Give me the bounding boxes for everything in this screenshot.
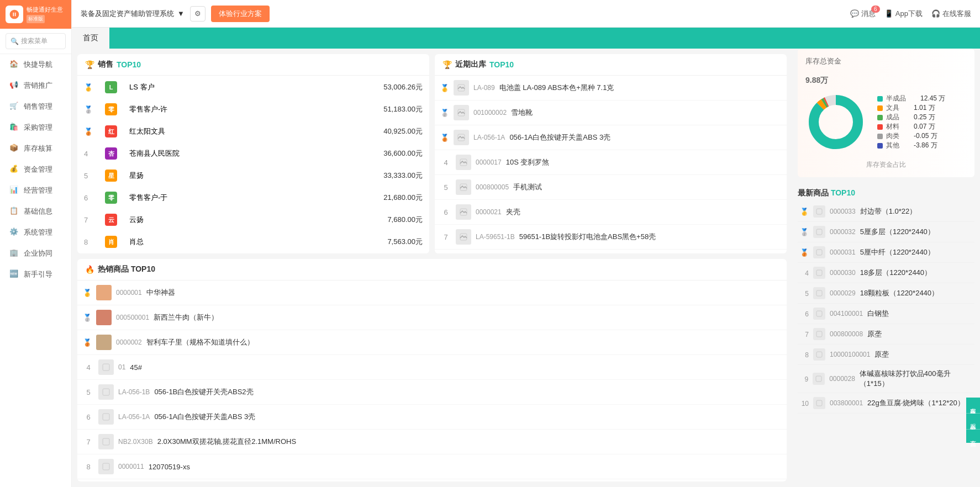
table-row: 🥉 红 红太阳文具 40,925.00元 (78, 121, 428, 142)
sidebar-item-operations[interactable]: 📊 经营管理 (0, 180, 71, 201)
message-button[interactable]: 💬 消息 6 (850, 9, 876, 19)
list-item: 8 10000100001 原垄 (798, 345, 974, 365)
list-item: 10 003800001 22g鱼豆腐·烧烤味（1*12*20） (798, 393, 974, 414)
hot-products-header: 🔥 热销商品 TOP10 (77, 259, 787, 280)
list-item: 5 LA-056-1B 056-1B白色按键开关壳ABS2壳 (77, 380, 787, 405)
product-image (813, 308, 825, 320)
rank-number: 8 (805, 351, 809, 359)
amount-cell: 33,333.00元 (292, 165, 428, 186)
product-name: 10S 变刹罗煞 (506, 157, 550, 167)
product-image (454, 130, 469, 145)
tab-home[interactable]: 首页 (72, 28, 109, 49)
product-name: 原垄 (874, 350, 889, 359)
legend-value: 1.01 万 (914, 103, 935, 113)
rank-number: 4 (805, 269, 809, 277)
sidebar-item-finance[interactable]: 💰 资金管理 (0, 159, 71, 180)
hot-products-card: 🔥 热销商品 TOP10 🥇 0000001 中华神器 🥈 000500001 … (77, 259, 787, 481)
trial-button[interactable]: 体验行业方案 (211, 6, 270, 22)
product-code: 004100001 (830, 310, 863, 317)
rank-number: 4 (83, 363, 94, 372)
sidebar-item-home[interactable]: 🏠 快捷导航 (0, 54, 71, 75)
cart-icon: 🛒 (9, 102, 19, 112)
sidebar-item-company[interactable]: 🏢 企业协同 (0, 243, 71, 264)
amount-value: 53,006.26元 (383, 83, 423, 91)
svg-rect-10 (103, 438, 109, 445)
product-code: 0000030 (830, 269, 856, 277)
list-item: 9 KK-SD22110H 花语暖惬温分腿睡袋（厚款） (77, 479, 787, 481)
product-image (98, 459, 114, 474)
amount-cell: 36,600.00元 (292, 143, 428, 164)
system-selector[interactable]: 装备及固定资产辅助管理系统 ▼ (81, 9, 185, 19)
product-image (454, 105, 469, 120)
list-item: 5 0000029 18颗粒板（1220*2440） (798, 283, 974, 304)
legend-value: 12.45 万 (920, 94, 945, 103)
tab-home-label: 首页 (83, 33, 98, 43)
sidebar-item-purchase[interactable]: 🛍️ 采购管理 (0, 117, 71, 138)
amount-cell: 53,006.26元 (292, 77, 428, 98)
medal-icon: 🥉 (84, 128, 93, 136)
product-name: 原垄 (867, 329, 882, 339)
sidebar-item-inventory[interactable]: 📦 库存核算 (0, 138, 71, 159)
floating-btn-service[interactable]: 客服热线 (966, 398, 980, 414)
sidebar-item-basic[interactable]: 📋 基础信息 (0, 201, 71, 222)
topbar-right: 💬 消息 6 📱 App下载 🎧 在线客服 (850, 9, 971, 19)
product-name: 2.0X30MM双搓花轴,搓花直径2.1MM/ROHS (157, 437, 296, 447)
rank-cell: 4 (83, 363, 94, 372)
rank-number: 7 (440, 233, 451, 241)
rank-number: 5 (805, 290, 809, 298)
svg-rect-24 (816, 331, 822, 337)
table-row: 🥇 L LS 客户 53,006.26元 (78, 77, 428, 98)
amount-value: 33,333.00元 (383, 171, 423, 179)
product-code: LA-056-1A (118, 413, 150, 421)
sidebar-item-system[interactable]: ⚙️ 系统管理 (0, 222, 71, 243)
avatar-cell: 红 (99, 121, 123, 142)
product-code: 0000001 (116, 289, 142, 297)
rank-cell: 8 (798, 351, 809, 359)
svg-rect-26 (816, 376, 821, 382)
svg-rect-25 (816, 352, 822, 357)
medal-icon: 🥈 (800, 228, 809, 236)
search-menu-area: 🔍 搜索菜单 (0, 29, 71, 54)
logo-icon (6, 6, 23, 23)
search-menu-button[interactable]: 🔍 搜索菜单 (6, 33, 66, 49)
app-download-button[interactable]: 📱 App下载 (884, 9, 923, 19)
product-image (456, 204, 471, 220)
floating-btn-feedback[interactable]: 直面 (966, 430, 980, 443)
list-item: 5 000800005 手机测试 (435, 175, 787, 200)
svg-rect-19 (816, 229, 822, 235)
product-name: 体碱嘉核味苏打饮品400毫升（1*15） (860, 369, 974, 389)
avatar-cell: 云 (99, 209, 123, 230)
product-code: 003800001 (830, 399, 863, 407)
product-code: 01 (118, 363, 125, 371)
svg-rect-23 (816, 311, 822, 316)
customer-name: 零售客户-于 (129, 193, 167, 202)
legend-color-dot (877, 115, 883, 120)
rank-cell: 4 (78, 143, 98, 164)
legend-value: 0.25 万 (914, 113, 935, 122)
product-name: 45# (130, 363, 142, 372)
floating-btn-community[interactable]: 服务社区 (966, 414, 980, 430)
sidebar-item-guide[interactable]: 🆕 新手引导 (0, 264, 71, 285)
product-image (98, 384, 114, 400)
rank-number: 5 (83, 388, 94, 396)
medal-icon: 🥇 (440, 84, 449, 92)
table-row: 8 肖 肖总 7,563.00元 (78, 231, 428, 252)
online-service-label: 在线客服 (942, 9, 971, 19)
sidebar: 畅捷通好生意 标准版 🔍 搜索菜单 🏠 快捷导航 📢 营销推广 🛒 销售管理 🛍… (0, 0, 72, 487)
product-image (813, 267, 825, 279)
list-item: 6 0000021 夹壳 (435, 200, 787, 225)
rank-cell: 🥈 (798, 228, 809, 236)
list-item: 7 LA-59651-1B 59651-1B旋转投影灯电池盒ABS黑色+58壳 (435, 225, 787, 250)
avatar-cell: 零 (99, 99, 123, 120)
sidebar-item-sales[interactable]: 🛒 销售管理 (0, 96, 71, 117)
product-name: 手机测试 (513, 182, 542, 192)
floating-btn-community-label: 服务社区 (970, 419, 977, 424)
sidebar-item-marketing[interactable]: 📢 营销推广 (0, 75, 71, 96)
customer-name-cell: LS 客户 (124, 77, 291, 98)
sidebar-item-basic-label: 基础信息 (24, 207, 52, 216)
sidebar-item-company-label: 企业协同 (24, 248, 52, 258)
online-service-button[interactable]: 🎧 在线客服 (931, 9, 971, 19)
settings-button[interactable]: ⚙ (190, 6, 206, 22)
product-image (456, 155, 471, 170)
product-name: 雪地靴 (511, 108, 533, 118)
